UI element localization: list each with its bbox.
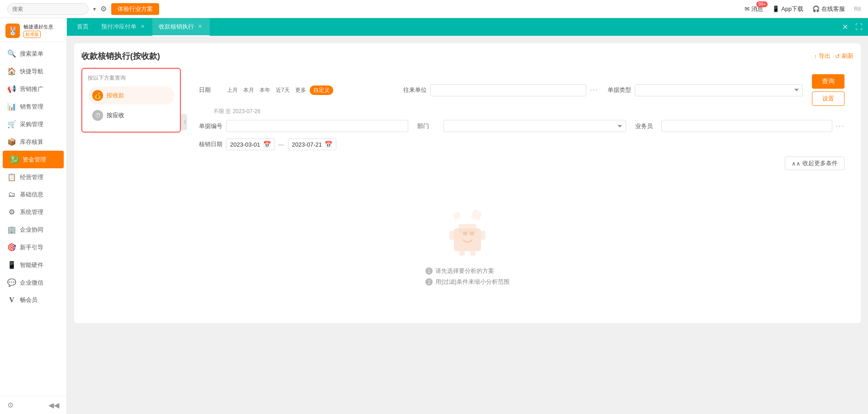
cancel-date-end-input[interactable]: 2023-07-21 📅	[288, 138, 337, 150]
sidebar-item-member[interactable]: V 畅会员	[0, 291, 66, 309]
sidebar-item-guide[interactable]: 🎯 新手引导	[0, 238, 66, 256]
sidebar-item-search-menu[interactable]: 🔍 搜索菜单	[0, 45, 66, 62]
date-btn-this-month[interactable]: 本月	[241, 86, 256, 95]
page-header-actions: ↑ 导出 ↺ 刷新	[814, 52, 854, 60]
member-icon: V	[7, 296, 16, 304]
date-btn-last-month[interactable]: 上月	[225, 86, 240, 95]
logo-badge: 标准版	[24, 31, 41, 38]
sidebar-item-base-info[interactable]: 🗂 基础信息	[0, 186, 66, 203]
cancel-date-start-input[interactable]: 2023-03-01 📅	[226, 138, 275, 150]
collapse-filter-left-btn[interactable]: 《	[181, 114, 187, 130]
filter-staff-group: 业务员 ···	[635, 120, 844, 132]
messages-badge: 99+	[756, 1, 768, 7]
settings-button[interactable]: 设置	[812, 91, 844, 106]
settings-bottom-icon[interactable]: ⚙	[7, 401, 14, 409]
sidebar-item-quick-nav[interactable]: 🏠 快捷导航	[0, 62, 66, 80]
tab-home[interactable]: 首页	[71, 18, 95, 36]
by-receipt-icon: 💰	[92, 90, 103, 101]
online-service-btn[interactable]: 🎧 在线客服	[812, 5, 845, 13]
message-icon: ✉	[745, 5, 750, 12]
search-input[interactable]	[7, 3, 89, 15]
date-nolimit-row: 不限 至 2023-07-26	[199, 108, 844, 115]
tab-receipt-cancel[interactable]: 收款核销执行 ✕	[152, 18, 210, 36]
filter-row-2: 单据编号 部门 业务员	[199, 120, 844, 132]
collapse-more-button[interactable]: ∧∧ 收起更多条件	[785, 157, 844, 170]
empty-state: 1 请先选择要分析的方案 2 用[过滤]条件来缩小分析范围	[81, 176, 854, 316]
logo-name: 畅捷通好生意	[24, 24, 53, 30]
finance-icon: 💹	[10, 155, 19, 164]
industry-button[interactable]: 体验行业方案	[111, 3, 159, 15]
filter-dept-group: 部门	[417, 120, 627, 132]
tab-prepay-close[interactable]: ✕	[139, 23, 146, 30]
top-bar-left: ▾ ⚙ 体验行业方案	[7, 3, 159, 15]
guide-icon: 🎯	[7, 243, 16, 252]
by-receivable-icon: ⏱	[92, 110, 103, 121]
marketing-icon: 📢	[7, 85, 16, 93]
sidebar-bottom: ⚙ ◀◀	[0, 396, 66, 414]
counterpart-dots[interactable]: ···	[590, 86, 599, 94]
filter-wrapper: 按以下方案查询 💰 按收款 ⏱ 按应收 《	[81, 68, 854, 176]
sidebar-item-operations[interactable]: 📋 经营管理	[0, 168, 66, 186]
doc-num-input[interactable]	[226, 120, 408, 132]
sales-icon: 📊	[7, 102, 16, 111]
gear-icon[interactable]: ⚙	[100, 5, 107, 13]
export-button[interactable]: ↑ 导出	[814, 52, 831, 60]
counterpart-input[interactable]	[430, 84, 586, 96]
fullscreen-tab-btn[interactable]: ⛶	[854, 21, 864, 33]
page-bg: 收款核销执行(按收款) ↑ 导出 ↺ 刷新	[74, 43, 861, 323]
search-menu-icon: 🔍	[7, 49, 16, 58]
sidebar-item-system[interactable]: ⚙ 系统管理	[0, 203, 66, 221]
filter-action-row: ∧∧ 收起更多条件	[199, 157, 844, 170]
svg-rect-9	[453, 212, 461, 219]
doc-type-label: 单据类型	[608, 86, 631, 94]
date-btn-custom[interactable]: 自定义	[310, 86, 333, 95]
date-no-limit-text: 不限 至 2023-07-26	[213, 108, 260, 114]
cancel-date-end-text: 2023-07-21	[292, 141, 322, 148]
date-label: 日期	[199, 86, 222, 94]
date-btn-7days[interactable]: 近7天	[274, 86, 292, 95]
filter-option-by-receivable[interactable]: ⏱ 按应收	[88, 106, 175, 124]
filter-counterpart-group: 往来单位 ···	[403, 84, 599, 96]
tab-prepay[interactable]: 预付冲应付单 ✕	[95, 18, 152, 36]
sidebar-item-finance[interactable]: 💹 资金管理	[3, 151, 64, 168]
sidebar-item-wechat[interactable]: 💬 企业微信	[0, 274, 66, 291]
dept-select[interactable]	[443, 120, 627, 132]
logo-icon: 🐰	[5, 24, 20, 38]
sidebar-item-sales[interactable]: 📊 销售管理	[0, 98, 66, 115]
sidebar-item-purchase[interactable]: 🛒 采购管理	[0, 115, 66, 133]
sidebar-item-enterprise[interactable]: 🏢 企业协同	[0, 221, 66, 238]
enterprise-icon: 🏢	[7, 225, 16, 234]
sidebar-item-marketing[interactable]: 📢 营销推广	[0, 80, 66, 98]
app-download-btn[interactable]: 📱 App下载	[772, 5, 803, 13]
tab-receipt-cancel-close[interactable]: ✕	[197, 23, 203, 30]
staff-dots[interactable]: ···	[836, 122, 844, 130]
close-tab-btn[interactable]: ✕	[840, 21, 850, 33]
tip-num-1: 1	[425, 267, 433, 275]
svg-rect-4	[449, 231, 454, 240]
counterpart-label: 往来单位	[403, 86, 427, 94]
filter-row-3: 核销日期 2023-03-01 📅 — 2023-07-21 📅	[199, 138, 844, 150]
date-btn-more[interactable]: 更多	[293, 86, 308, 95]
date-btn-this-year[interactable]: 本年	[258, 86, 272, 95]
svg-rect-6	[459, 251, 465, 256]
dropdown-arrow[interactable]: ▾	[93, 6, 96, 12]
tab-bar: 首页 预付冲应付单 ✕ 收款核销执行 ✕ ✕ ⛶	[67, 18, 868, 36]
refresh-button[interactable]: ↺ 刷新	[835, 52, 854, 60]
wechat-icon: 💬	[7, 278, 16, 287]
page-header: 收款核销执行(按收款) ↑ 导出 ↺ 刷新	[81, 51, 854, 62]
staff-input[interactable]	[661, 120, 832, 132]
page-title: 收款核销执行(按收款)	[81, 51, 160, 62]
sidebar-item-inventory[interactable]: 📦 库存核算	[0, 133, 66, 151]
query-button[interactable]: 查询	[812, 74, 844, 89]
filter-option-by-receipt[interactable]: 💰 按收款	[88, 86, 175, 105]
sidebar-item-hardware[interactable]: 📱 智能硬件	[0, 256, 66, 274]
messages-btn[interactable]: ✉ 消息 99+	[745, 5, 763, 13]
collapse-sidebar-icon[interactable]: ◀◀	[48, 401, 59, 409]
content-area: 首页 预付冲应付单 ✕ 收款核销执行 ✕ ✕ ⛶ 收款核销执行(按收款)	[67, 18, 868, 414]
filter-left-title: 按以下方案查询	[88, 74, 175, 82]
tip-num-2: 2	[425, 278, 433, 286]
sidebar: 🐰 畅捷通好生意 标准版 🔍 搜索菜单 🏠 快捷导航 📢 营销推广 📊 销售管理	[0, 18, 67, 414]
staff-label: 业务员	[635, 122, 658, 130]
doc-type-select[interactable]	[635, 84, 803, 96]
user-name[interactable]: Rit	[854, 6, 861, 12]
